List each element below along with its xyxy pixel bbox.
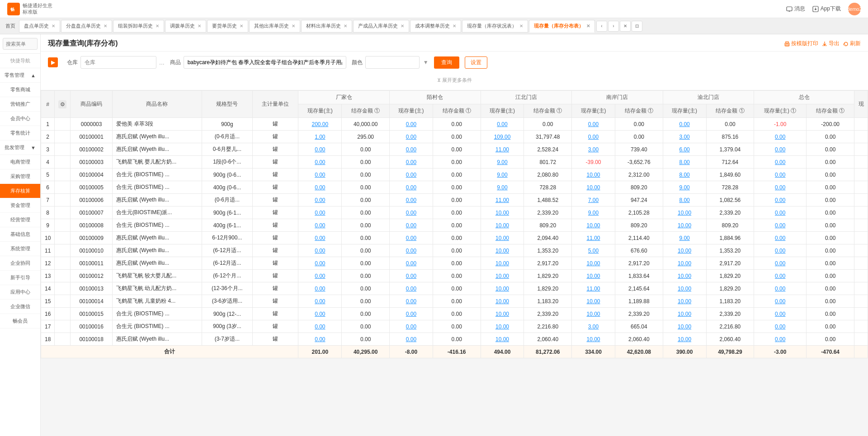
cell-mc-qty[interactable]: 0.00 bbox=[389, 219, 433, 232]
sidebar-item-marketing[interactable]: 营销推广 bbox=[0, 97, 40, 112]
cell-total-qty[interactable]: 0.00 bbox=[754, 257, 807, 270]
sidebar-item-enterprise[interactable]: 企业协同 bbox=[0, 256, 40, 271]
cell-jb-qty[interactable]: 9.00 bbox=[481, 156, 524, 169]
cell-yb-qty[interactable]: 10.00 bbox=[663, 282, 706, 295]
cell-na-qty[interactable]: 10.00 bbox=[572, 219, 615, 232]
cell-mc-qty[interactable]: 0.00 bbox=[389, 270, 433, 282]
cell-yb-qty[interactable]: 10.00 bbox=[663, 219, 706, 232]
cell-fj-qty[interactable]: 0.00 bbox=[298, 308, 342, 320]
cell-yb-qty[interactable]: 8.00 bbox=[663, 156, 706, 169]
cell-fj-qty[interactable]: 0.00 bbox=[298, 257, 342, 270]
cell-na-qty[interactable]: 10.00 bbox=[572, 308, 615, 320]
tab-prev-btn[interactable]: ‹ bbox=[596, 21, 607, 32]
cell-fj-qty[interactable]: 0.00 bbox=[298, 333, 342, 346]
cell-na-qty[interactable]: 10.00 bbox=[572, 295, 615, 308]
settings-btn[interactable]: 设置 bbox=[465, 56, 487, 69]
cell-jb-qty[interactable]: 10.00 bbox=[481, 270, 524, 282]
cell-na-qty[interactable]: 11.00 bbox=[572, 282, 615, 295]
cell-total-qty[interactable]: 0.00 bbox=[754, 232, 807, 244]
cell-na-qty[interactable]: 3.00 bbox=[572, 143, 615, 156]
cell-fj-qty[interactable]: 0.00 bbox=[298, 219, 342, 232]
cell-fj-qty[interactable]: 0.00 bbox=[298, 295, 342, 308]
cell-jb-qty[interactable]: 9.00 bbox=[481, 181, 524, 194]
sidebar-item-retail-shop[interactable]: 零售商城 bbox=[0, 83, 40, 97]
cell-na-qty[interactable]: 10.00 bbox=[572, 257, 615, 270]
cell-total-qty[interactable]: 0.00 bbox=[754, 219, 807, 232]
cell-na-qty[interactable]: 0.00 bbox=[572, 131, 615, 143]
cell-na-qty[interactable]: 11.00 bbox=[572, 232, 615, 244]
cell-jb-qty[interactable]: 10.00 bbox=[481, 308, 524, 320]
color-input[interactable] bbox=[365, 56, 420, 69]
cell-fj-qty[interactable]: 200.00 bbox=[298, 118, 342, 131]
cell-na-qty[interactable]: 5.00 bbox=[572, 244, 615, 257]
sidebar-item-ecom[interactable]: 电商管理 bbox=[0, 155, 40, 169]
close-tab-transfer[interactable]: ✕ bbox=[198, 23, 201, 28]
cell-yb-qty[interactable]: 10.00 bbox=[663, 308, 706, 320]
cell-total-qty[interactable]: 0.00 bbox=[754, 295, 807, 308]
refresh-btn[interactable]: 刷新 bbox=[843, 40, 861, 47]
sidebar-item-system[interactable]: 系统管理 bbox=[0, 242, 40, 256]
cell-total-qty[interactable]: 0.00 bbox=[754, 169, 807, 181]
settings-icon[interactable]: ⚙ bbox=[58, 100, 66, 108]
cell-fj-qty[interactable]: 0.00 bbox=[298, 156, 342, 169]
cell-jb-qty[interactable]: 11.00 bbox=[481, 143, 524, 156]
cell-yb-qty[interactable]: 10.00 bbox=[663, 206, 706, 219]
tab-transfer[interactable]: 调拨单历史✕ bbox=[165, 20, 206, 33]
cell-na-qty[interactable]: 10.00 bbox=[572, 169, 615, 181]
cell-na-qty[interactable]: 9.00 bbox=[572, 206, 615, 219]
cell-total-qty[interactable]: 0.00 bbox=[754, 194, 807, 206]
cell-total-qty[interactable]: 0.00 bbox=[754, 282, 807, 295]
cell-mc-qty[interactable]: 0.00 bbox=[389, 257, 433, 270]
cell-yb-qty[interactable]: 0.00 bbox=[663, 118, 706, 131]
cell-fj-qty[interactable]: 0.00 bbox=[298, 181, 342, 194]
tab-material-out[interactable]: 材料出库单历史✕ bbox=[301, 20, 352, 33]
tab-product-in[interactable]: 产成品入库单历史✕ bbox=[353, 20, 409, 33]
close-tab-order[interactable]: ✕ bbox=[240, 23, 243, 28]
cell-total-qty[interactable]: 0.00 bbox=[754, 131, 807, 143]
cell-total-qty[interactable]: 0.00 bbox=[754, 333, 807, 346]
cell-mc-qty[interactable]: 0.00 bbox=[389, 206, 433, 219]
sidebar-item-finance[interactable]: 资金管理 bbox=[0, 198, 40, 213]
cell-mc-qty[interactable]: 0.00 bbox=[389, 143, 433, 156]
cell-mc-qty[interactable]: 0.00 bbox=[389, 244, 433, 257]
cell-mc-qty[interactable]: 0.00 bbox=[389, 295, 433, 308]
tab-splitlist[interactable]: 分盘盘点单历史✕ bbox=[61, 20, 112, 33]
cell-mc-qty[interactable]: 0.00 bbox=[389, 131, 433, 143]
cell-yb-qty[interactable]: 10.00 bbox=[663, 257, 706, 270]
close-tab-stock-dist[interactable]: ✕ bbox=[586, 23, 590, 28]
cell-total-qty[interactable]: 0.00 bbox=[754, 206, 807, 219]
cell-na-qty[interactable]: 10.00 bbox=[572, 333, 615, 346]
sidebar-item-corp-wx[interactable]: 企业微信 bbox=[0, 300, 40, 314]
cell-na-qty[interactable]: 10.00 bbox=[572, 270, 615, 282]
tab-other-out[interactable]: 其他出库单历史✕ bbox=[249, 20, 300, 33]
cell-yb-qty[interactable]: 3.00 bbox=[663, 131, 706, 143]
cell-yb-qty[interactable]: 10.00 bbox=[663, 295, 706, 308]
cell-yb-qty[interactable]: 10.00 bbox=[663, 244, 706, 257]
sidebar-item-member2[interactable]: 畅会员 bbox=[0, 314, 40, 328]
cell-na-qty[interactable]: 7.00 bbox=[572, 194, 615, 206]
sidebar-item-wholesale[interactable]: 批发管理▼ bbox=[0, 141, 40, 155]
cell-fj-qty[interactable]: 0.00 bbox=[298, 194, 342, 206]
cell-mc-qty[interactable]: 0.00 bbox=[389, 156, 433, 169]
cell-na-qty[interactable]: 0.00 bbox=[572, 118, 615, 131]
cell-na-qty[interactable]: 3.00 bbox=[572, 320, 615, 333]
cell-total-qty[interactable]: 0.00 bbox=[754, 320, 807, 333]
tab-home[interactable]: 首页 bbox=[2, 23, 19, 29]
warehouse-input[interactable] bbox=[80, 56, 156, 69]
cell-yb-qty[interactable]: 8.00 bbox=[663, 194, 706, 206]
cell-mc-qty[interactable]: 0.00 bbox=[389, 118, 433, 131]
cell-fj-qty[interactable]: 0.00 bbox=[298, 282, 342, 295]
cell-yb-qty[interactable]: 10.00 bbox=[663, 320, 706, 333]
cell-jb-qty[interactable]: 10.00 bbox=[481, 244, 524, 257]
cell-na-qty[interactable]: -39.00 bbox=[572, 156, 615, 169]
cell-total-qty[interactable]: 0.00 bbox=[754, 308, 807, 320]
col-settings-header[interactable]: ⚙ bbox=[55, 91, 71, 118]
cell-total-qty[interactable]: 0.00 bbox=[754, 181, 807, 194]
cell-yb-qty[interactable]: 6.00 bbox=[663, 143, 706, 156]
cell-total-qty[interactable]: 0.00 bbox=[754, 270, 807, 282]
sidebar-item-app-center[interactable]: 应用中心 bbox=[0, 285, 40, 300]
sidebar-item-member[interactable]: 会员中心 bbox=[0, 112, 40, 126]
print-btn[interactable]: 按模版打印 bbox=[784, 40, 818, 47]
close-tab-assemble[interactable]: ✕ bbox=[156, 23, 159, 28]
sidebar-item-basic[interactable]: 基础信息 bbox=[0, 227, 40, 242]
